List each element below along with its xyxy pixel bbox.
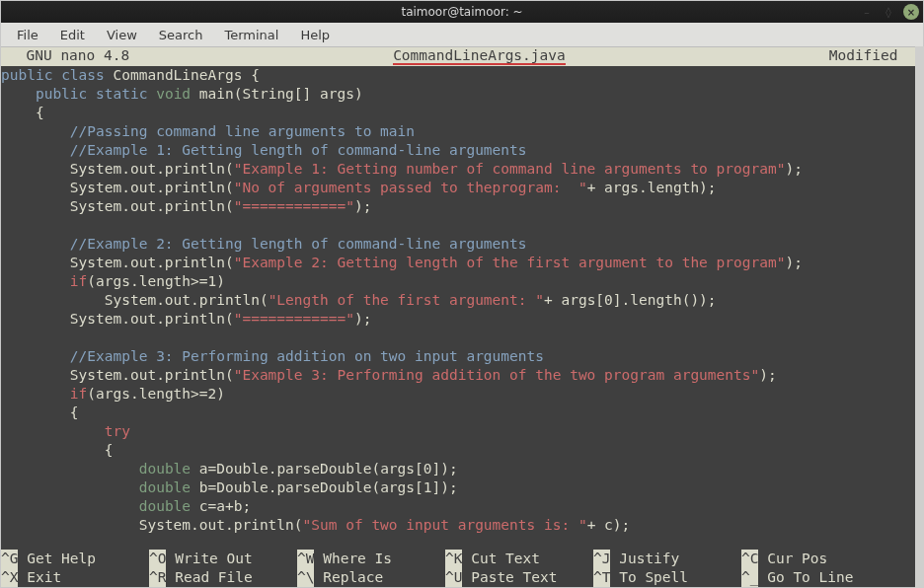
key-label: Justify	[610, 550, 679, 568]
code-line: System.out.println("Sum of two input arg…	[1, 516, 923, 535]
nano-status: Modified	[821, 47, 923, 66]
menu-search[interactable]: Search	[149, 26, 213, 44]
nano-footer: ^G Get Help ^O Write Out ^W Where Is ^K …	[1, 550, 923, 587]
window-titlebar: taimoor@taimoor: ~ – ◊ ×	[1, 1, 923, 23]
code-line: try	[1, 422, 923, 441]
code-line: {	[1, 104, 923, 122]
code-line	[1, 329, 923, 347]
key-where-is[interactable]: ^W	[297, 550, 314, 568]
menubar: File Edit View Search Terminal Help	[1, 23, 923, 47]
footer-row-2: ^X Exit ^R Read File ^\ Replace ^U Paste…	[1, 568, 923, 587]
key-label: Cut Text	[462, 550, 540, 568]
key-cur-pos[interactable]: ^C	[741, 550, 758, 568]
code-line: System.out.println("Example 2: Getting l…	[1, 254, 923, 272]
key-label: Write Out	[166, 550, 252, 568]
menu-terminal[interactable]: Terminal	[214, 26, 288, 44]
terminal-window: taimoor@taimoor: ~ – ◊ × File Edit View …	[0, 0, 924, 588]
key-label: To Spell	[610, 568, 688, 587]
key-label: Read File	[166, 568, 252, 587]
nano-filename-wrap: CommandLineArgs.java	[137, 47, 820, 66]
code-line: //Example 2: Getting length of command-l…	[1, 235, 923, 254]
menu-help[interactable]: Help	[290, 26, 340, 44]
code-line: public class CommandLineArgs {	[1, 66, 923, 85]
key-label: Cur Pos	[758, 550, 827, 568]
maximize-icon[interactable]: ◊	[882, 5, 895, 19]
window-title: taimoor@taimoor: ~	[401, 5, 522, 19]
key-label: Replace	[314, 568, 383, 587]
code-line: {	[1, 441, 923, 460]
nano-filename: CommandLineArgs.java	[393, 47, 566, 65]
code-line: //Example 1: Getting length of command-l…	[1, 141, 923, 160]
key-go-to-line[interactable]: ^_	[741, 568, 758, 587]
terminal-area[interactable]: GNU nano 4.8 CommandLineArgs.java Modifi…	[1, 47, 923, 587]
code-line: System.out.println("============");	[1, 310, 923, 329]
key-exit[interactable]: ^X	[1, 568, 18, 587]
menu-view[interactable]: View	[97, 26, 147, 44]
key-to-spell[interactable]: ^T	[593, 568, 610, 587]
footer-row-1: ^G Get Help ^O Write Out ^W Where Is ^K …	[1, 550, 923, 568]
code-line: if(args.length>=1)	[1, 272, 923, 291]
code-line: System.out.println("No of arguments pass…	[1, 179, 923, 197]
code-line: {	[1, 404, 923, 422]
code-line: if(args.length>=2)	[1, 385, 923, 404]
window-controls: – ◊ ×	[860, 4, 919, 20]
key-replace[interactable]: ^\	[297, 568, 314, 587]
code-line: //Passing command line arguments to main	[1, 122, 923, 141]
code-line: System.out.println("Length of the first …	[1, 291, 923, 310]
minimize-icon[interactable]: –	[860, 5, 874, 19]
key-label: Go To Line	[758, 568, 853, 587]
key-label: Where Is	[314, 550, 392, 568]
key-paste-text[interactable]: ^U	[445, 568, 462, 587]
editor-content[interactable]: public class CommandLineArgs { public st…	[1, 66, 923, 535]
key-write-out[interactable]: ^O	[149, 550, 166, 568]
code-line: System.out.println("============");	[1, 197, 923, 216]
scroll-thumb[interactable]	[915, 46, 924, 588]
code-line: double c=a+b;	[1, 497, 923, 516]
code-line: double a=Double.parseDouble(args[0]);	[1, 460, 923, 478]
key-justify[interactable]: ^J	[593, 550, 610, 568]
key-label: Paste Text	[462, 568, 557, 587]
code-line: System.out.println("Example 3: Performin…	[1, 366, 923, 385]
close-icon[interactable]: ×	[903, 4, 919, 20]
key-cut-text[interactable]: ^K	[445, 550, 462, 568]
code-line: double b=Double.parseDouble(args[1]);	[1, 478, 923, 497]
code-line: //Example 3: Performing addition on two …	[1, 347, 923, 366]
menu-edit[interactable]: Edit	[50, 26, 95, 44]
menu-file[interactable]: File	[7, 26, 48, 44]
key-label: Get Help	[18, 550, 96, 568]
key-get-help[interactable]: ^G	[1, 550, 18, 568]
key-label: Exit	[18, 568, 61, 587]
scrollbar[interactable]	[915, 46, 924, 588]
nano-version: GNU nano 4.8	[1, 47, 137, 66]
nano-header: GNU nano 4.8 CommandLineArgs.java Modifi…	[1, 47, 923, 66]
code-line	[1, 216, 923, 235]
code-line: public static void main(String[] args)	[1, 85, 923, 104]
code-line: System.out.println("Example 1: Getting n…	[1, 160, 923, 179]
key-read-file[interactable]: ^R	[149, 568, 166, 587]
